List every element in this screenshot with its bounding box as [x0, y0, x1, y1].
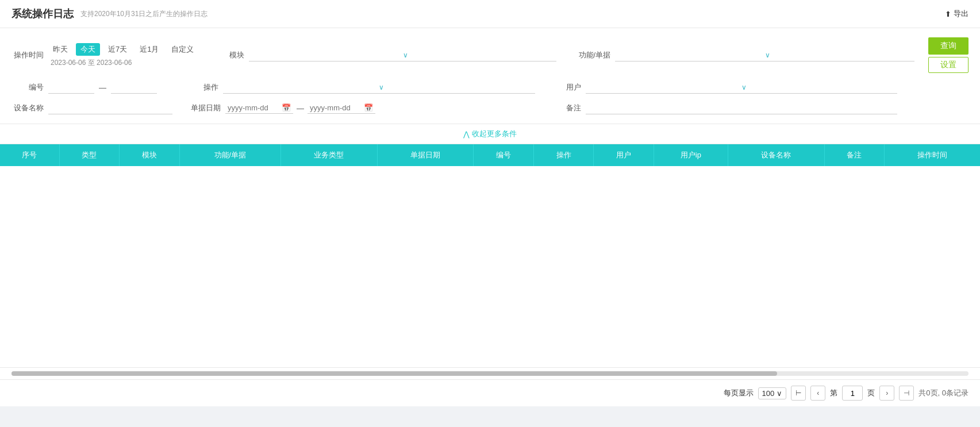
- operation-chevron-icon: ∨: [379, 83, 532, 91]
- time-btn-yesterday[interactable]: 昨天: [48, 43, 72, 56]
- note-label: 备注: [549, 103, 581, 113]
- module-select[interactable]: ∨: [249, 49, 556, 61]
- number-input-start[interactable]: [48, 81, 94, 94]
- filter-row-2: 编号 — 操作 ∨ 用户 ∨: [11, 81, 969, 94]
- page-size-select[interactable]: 100 ∨: [758, 387, 787, 399]
- last-page-button[interactable]: ⊣: [899, 386, 914, 401]
- page-unit: 页: [867, 388, 875, 398]
- voucher-date-filter-group: 单据日期 📅 — 📅: [186, 102, 535, 114]
- user-filter-group: 用户 ∨: [549, 82, 898, 94]
- user-chevron-icon: ∨: [741, 83, 895, 91]
- date-start-input[interactable]: [228, 103, 279, 112]
- collapse-bar[interactable]: ⋀ 收起更多条件: [0, 124, 980, 144]
- page-title: 系统操作日志: [11, 7, 74, 21]
- col-type: 类型: [59, 144, 119, 166]
- col-device: 设备名称: [728, 144, 824, 166]
- user-label: 用户: [549, 82, 581, 93]
- time-btn-custom[interactable]: 自定义: [167, 43, 198, 56]
- page-size-chevron-icon: ∨: [777, 389, 782, 398]
- table-container: 序号 类型 模块 功能/单据 业务类型 单据日期 编号 操作 用户 用户ip 设…: [0, 144, 980, 367]
- time-range-display: 2023-06-06 至 2023-06-06: [51, 58, 198, 68]
- table-header: 序号 类型 模块 功能/单据 业务类型 单据日期 编号 操作 用户 用户ip 设…: [0, 144, 980, 166]
- time-label: 操作时间: [11, 50, 44, 60]
- filter-panel: 操作时间 昨天 今天 近7天 近1月 自定义 2023-06-06 至 2023…: [0, 28, 980, 124]
- col-operation: 操作: [533, 144, 593, 166]
- number-input-end[interactable]: [111, 81, 157, 94]
- empty-area: [0, 166, 980, 367]
- scroll-thumb[interactable]: [11, 371, 777, 376]
- action-buttons: 查询 设置: [928, 37, 969, 73]
- time-btn-7days[interactable]: 近7天: [103, 43, 132, 56]
- col-voucher-date: 单据日期: [377, 144, 474, 166]
- note-filter-group: 备注: [549, 102, 898, 114]
- next-page-button[interactable]: ›: [879, 386, 894, 401]
- col-seq: 序号: [0, 144, 59, 166]
- per-page-label: 每页显示: [724, 388, 754, 398]
- device-filter-group: 设备名称: [11, 102, 172, 114]
- date-end-input[interactable]: [310, 103, 362, 112]
- operation-select[interactable]: ∨: [223, 82, 535, 94]
- col-user: 用户: [594, 144, 654, 166]
- calendar-start-icon[interactable]: 📅: [282, 103, 291, 112]
- page-label: 第: [830, 388, 837, 398]
- total-info: 共0页, 0条记录: [918, 388, 969, 398]
- module-label: 模块: [212, 50, 244, 60]
- module-filter-group: 模块 ∨: [212, 49, 556, 61]
- number-label: 编号: [11, 82, 44, 93]
- collapse-up-icon: ⋀: [463, 130, 470, 139]
- pagination-bar: 每页显示 100 ∨ ⊢ ‹ 第 页 › ⊣ 共0页, 0条记录: [0, 379, 980, 406]
- number-filter-group: 编号 —: [11, 81, 172, 94]
- scroll-bar-area: [0, 367, 980, 379]
- time-filter: 昨天 今天 近7天 近1月 自定义 2023-06-06 至 2023-06-0…: [48, 43, 198, 68]
- settings-button[interactable]: 设置: [928, 57, 969, 73]
- note-input[interactable]: [586, 102, 898, 114]
- time-buttons: 昨天 今天 近7天 近1月 自定义: [48, 43, 198, 56]
- collapse-label: 收起更多条件: [472, 129, 517, 139]
- col-module: 模块: [120, 144, 179, 166]
- function-filter-group: 功能/单据 ∨: [570, 49, 914, 61]
- date-range: 📅 — 📅: [225, 102, 535, 114]
- time-filter-group: 操作时间 昨天 今天 近7天 近1月 自定义 2023-06-06 至 2023…: [11, 43, 198, 68]
- operation-label: 操作: [186, 82, 218, 93]
- query-button[interactable]: 查询: [928, 37, 969, 55]
- col-note: 备注: [824, 144, 884, 166]
- function-select[interactable]: ∨: [615, 49, 914, 61]
- module-chevron-icon: ∨: [403, 51, 554, 59]
- col-biz-type: 业务类型: [281, 144, 378, 166]
- device-input[interactable]: [48, 102, 172, 114]
- scroll-track: [11, 371, 969, 376]
- prev-page-button[interactable]: ‹: [810, 386, 825, 401]
- time-btn-today[interactable]: 今天: [76, 43, 100, 56]
- page-size-value: 100: [762, 389, 775, 398]
- export-icon: ⬆: [945, 10, 951, 18]
- export-button[interactable]: ⬆ 导出: [945, 9, 969, 19]
- page-number-input[interactable]: [842, 386, 863, 401]
- col-user-ip: 用户ip: [654, 144, 728, 166]
- device-label: 设备名称: [11, 103, 44, 113]
- data-table: 序号 类型 模块 功能/单据 业务类型 单据日期 编号 操作 用户 用户ip 设…: [0, 144, 980, 166]
- first-page-button[interactable]: ⊢: [791, 386, 806, 401]
- calendar-end-icon[interactable]: 📅: [364, 103, 373, 112]
- time-btn-1month[interactable]: 近1月: [135, 43, 163, 56]
- function-label: 功能/单据: [570, 50, 610, 60]
- col-number: 编号: [474, 144, 533, 166]
- number-dash: —: [99, 83, 106, 92]
- date-start-wrap: 📅: [225, 102, 293, 114]
- voucher-date-label: 单据日期: [186, 103, 221, 113]
- filter-row-1: 操作时间 昨天 今天 近7天 近1月 自定义 2023-06-06 至 2023…: [11, 37, 969, 73]
- filter-row-3: 设备名称 单据日期 📅 — 📅 备注: [11, 102, 969, 114]
- page-header: 系统操作日志 支持2020年10月31日之后产生的操作日志 ⬆ 导出: [0, 0, 980, 28]
- page-subtitle: 支持2020年10月31日之后产生的操作日志: [80, 9, 207, 19]
- function-chevron-icon: ∨: [765, 51, 912, 59]
- date-dash: —: [297, 104, 304, 113]
- date-end-wrap: 📅: [308, 102, 375, 114]
- col-op-time: 操作时间: [884, 144, 980, 166]
- col-function: 功能/单据: [179, 144, 280, 166]
- user-select[interactable]: ∨: [586, 82, 898, 94]
- operation-filter-group: 操作 ∨: [186, 82, 535, 94]
- table-header-row: 序号 类型 模块 功能/单据 业务类型 单据日期 编号 操作 用户 用户ip 设…: [0, 144, 980, 166]
